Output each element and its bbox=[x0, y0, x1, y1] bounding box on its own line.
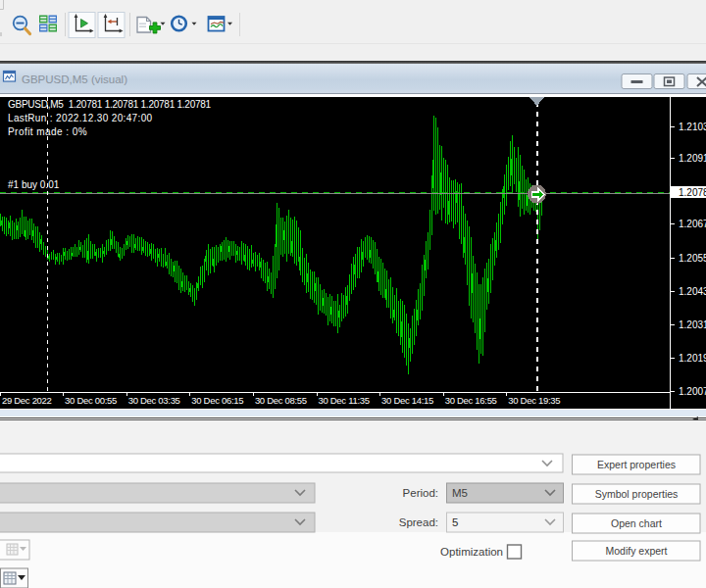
svg-text:30 Dec 06:15: 30 Dec 06:15 bbox=[191, 395, 243, 406]
svg-text:Spread:: Spread: bbox=[399, 516, 438, 528]
svg-text:30 Dec 14:15: 30 Dec 14:15 bbox=[381, 395, 433, 406]
svg-text:30 Dec 11:35: 30 Dec 11:35 bbox=[319, 395, 370, 406]
svg-text:1.2067: 1.2067 bbox=[679, 219, 706, 229]
svg-text:30 Dec 19:35: 30 Dec 19:35 bbox=[508, 395, 560, 406]
svg-text:Profit made : 0%: Profit made : 0% bbox=[8, 126, 87, 137]
svg-text:Optimization: Optimization bbox=[440, 546, 503, 558]
svg-text:GBPUSD,M5 (visual): GBPUSD,M5 (visual) bbox=[22, 74, 127, 85]
svg-text:M5: M5 bbox=[452, 487, 468, 499]
svg-text:1.2055: 1.2055 bbox=[679, 253, 706, 264]
svg-text:Symbol properties: Symbol properties bbox=[595, 488, 679, 500]
svg-text:1.2078: 1.2078 bbox=[679, 187, 706, 198]
svg-text:30 Dec 16:55: 30 Dec 16:55 bbox=[445, 395, 497, 406]
svg-text:30 Dec 00:55: 30 Dec 00:55 bbox=[65, 395, 117, 406]
svg-text:30 Dec 03:35: 30 Dec 03:35 bbox=[128, 395, 180, 406]
svg-text:LastRun : 2022.12.30 20:47:00: LastRun : 2022.12.30 20:47:00 bbox=[8, 113, 153, 123]
svg-text:5: 5 bbox=[452, 516, 458, 528]
svg-text:1.2019: 1.2019 bbox=[679, 353, 706, 364]
svg-text:GBPUSD,M5 1.20781 1.20781 1.2: GBPUSD,M5 1.20781 1.20781 1.20781 1.2078… bbox=[8, 99, 212, 110]
svg-text:1.2103: 1.2103 bbox=[679, 122, 706, 132]
svg-text:Open chart: Open chart bbox=[611, 517, 662, 529]
svg-text:#1 buy 0.01: #1 buy 0.01 bbox=[8, 179, 60, 190]
svg-text:29 Dec 2022: 29 Dec 2022 bbox=[2, 395, 52, 406]
svg-text:1.2007: 1.2007 bbox=[679, 386, 706, 397]
svg-text:1.2043: 1.2043 bbox=[679, 286, 706, 297]
svg-text:Modify expert: Modify expert bbox=[605, 545, 667, 557]
svg-text:30 Dec 08:55: 30 Dec 08:55 bbox=[255, 395, 307, 406]
svg-text:Expert properties: Expert properties bbox=[597, 459, 676, 470]
svg-text:Period:: Period: bbox=[403, 487, 438, 499]
svg-text:1.2031: 1.2031 bbox=[679, 319, 706, 330]
svg-text:1.2091: 1.2091 bbox=[679, 153, 706, 164]
